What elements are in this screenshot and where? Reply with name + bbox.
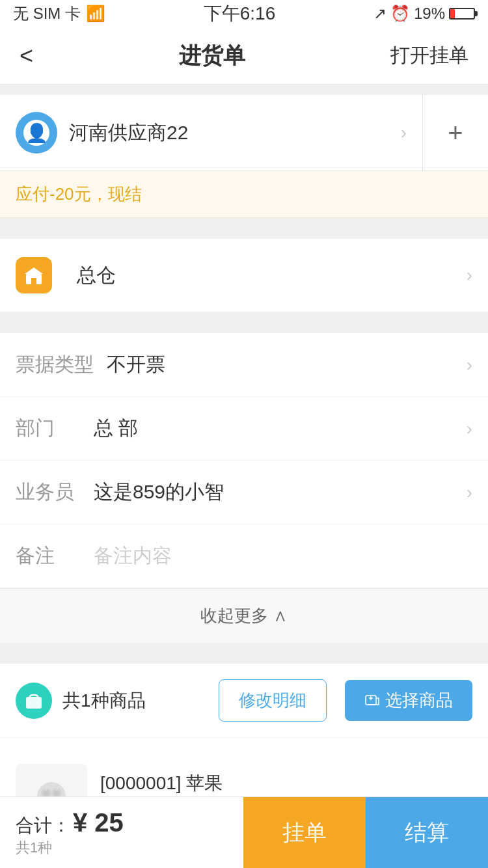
remark-label: 备注 xyxy=(16,543,81,569)
warehouse-chevron-icon: › xyxy=(467,265,472,286)
products-header: 共1种商品 修改明细 选择商品 xyxy=(0,664,488,738)
department-row[interactable]: 部门 总 部 › xyxy=(0,397,488,461)
products-icon xyxy=(16,683,52,719)
hang-order-button[interactable]: 挂单 xyxy=(243,797,366,868)
department-label: 部门 xyxy=(16,415,81,442)
remark-placeholder: 备注内容 xyxy=(94,543,472,569)
products-count: 共1种商品 xyxy=(62,688,208,713)
section-divider-2 xyxy=(0,228,488,239)
warehouse-name: 总仓 xyxy=(77,262,467,289)
svg-point-11 xyxy=(53,790,60,796)
status-time: 下午6:16 xyxy=(204,1,276,26)
supplier-name: 河南供应商22 xyxy=(69,120,389,146)
svg-marker-1 xyxy=(25,267,43,274)
supplier-card: 👤 河南供应商22 › + 应付-20元，现结 xyxy=(0,95,488,218)
avatar-inner: 👤 xyxy=(23,120,49,146)
page-title: 进货单 xyxy=(179,41,245,71)
svg-rect-2 xyxy=(31,278,36,284)
edit-details-button[interactable]: 修改明细 xyxy=(219,679,327,722)
warehouse-icon xyxy=(16,257,52,293)
total-amount: ¥ 25 xyxy=(73,808,124,837)
main-content: 👤 河南供应商22 › + 应付-20元，现结 总仓 xyxy=(0,85,488,868)
warehouse-card: 总仓 › xyxy=(0,239,488,312)
svg-rect-3 xyxy=(26,697,42,709)
bottom-bar: 合计： ¥ 25 共1种 挂单 结算 xyxy=(0,796,488,868)
invoice-value: 不开票 xyxy=(107,351,467,378)
warehouse-row[interactable]: 总仓 › xyxy=(0,239,488,312)
location-icon: ↗ xyxy=(373,5,386,23)
total-sub: 共1种 xyxy=(16,838,228,858)
status-left: 无 SIM 卡 📶 xyxy=(13,3,105,24)
salesperson-value: 这是859的小智 xyxy=(94,479,467,506)
section-divider-1 xyxy=(0,85,488,95)
supplier-avatar: 👤 xyxy=(16,112,57,154)
salesperson-row[interactable]: 业务员 这是859的小智 › xyxy=(0,461,488,524)
svg-point-10 xyxy=(43,790,49,796)
salesperson-label: 业务员 xyxy=(16,479,81,506)
select-products-icon xyxy=(364,693,380,709)
supplier-chevron-icon: › xyxy=(401,122,407,143)
select-products-button[interactable]: 选择商品 xyxy=(345,680,472,721)
product-title: 苹果 xyxy=(186,773,223,793)
alarm-icon: ⏰ xyxy=(390,5,410,23)
department-chevron-icon: › xyxy=(467,418,472,439)
battery-icon xyxy=(449,8,475,20)
total-section: 合计： ¥ 25 共1种 xyxy=(0,797,243,868)
status-right: ↗ ⏰ 19% xyxy=(373,5,475,23)
invoice-label: 票据类型 xyxy=(16,351,94,378)
select-products-label: 选择商品 xyxy=(385,689,453,712)
department-value: 总 部 xyxy=(94,415,467,442)
salesperson-chevron-icon: › xyxy=(467,482,472,503)
wifi-icon: 📶 xyxy=(86,5,105,23)
invoice-chevron-icon: › xyxy=(467,355,472,375)
person-icon: 👤 xyxy=(25,122,48,144)
remark-row[interactable]: 备注 备注内容 xyxy=(0,524,488,588)
status-bar: 无 SIM 卡 📶 下午6:16 ↗ ⏰ 19% xyxy=(0,0,488,27)
product-name: [0000001] 苹果 xyxy=(100,771,424,796)
nav-bar: < 进货单 打开挂单 xyxy=(0,27,488,85)
supplier-main-row[interactable]: 👤 河南供应商22 › xyxy=(0,95,423,170)
section-divider-4 xyxy=(0,653,488,664)
warning-banner: 应付-20元，现结 xyxy=(0,171,488,218)
total-label: 合计： xyxy=(16,813,70,838)
carrier-text: 无 SIM 卡 xyxy=(13,3,81,24)
section-divider-3 xyxy=(0,323,488,333)
supplier-add-button[interactable]: + xyxy=(423,95,488,170)
warehouse-left: 总仓 xyxy=(16,257,467,293)
collapse-toggle[interactable]: 收起更多 ∧ xyxy=(0,588,488,643)
invoice-row[interactable]: 票据类型 不开票 › xyxy=(0,333,488,397)
supplier-section: 👤 河南供应商22 › + xyxy=(0,95,488,171)
open-pending-button[interactable]: 打开挂单 xyxy=(390,42,468,69)
form-card: 票据类型 不开票 › 部门 总 部 › 业务员 这是859的小智 › 备注 备注… xyxy=(0,333,488,643)
product-code: [0000001] xyxy=(100,773,182,793)
checkout-button[interactable]: 结算 xyxy=(366,797,488,868)
back-button[interactable]: < xyxy=(20,42,33,70)
battery-text: 19% xyxy=(414,5,445,23)
